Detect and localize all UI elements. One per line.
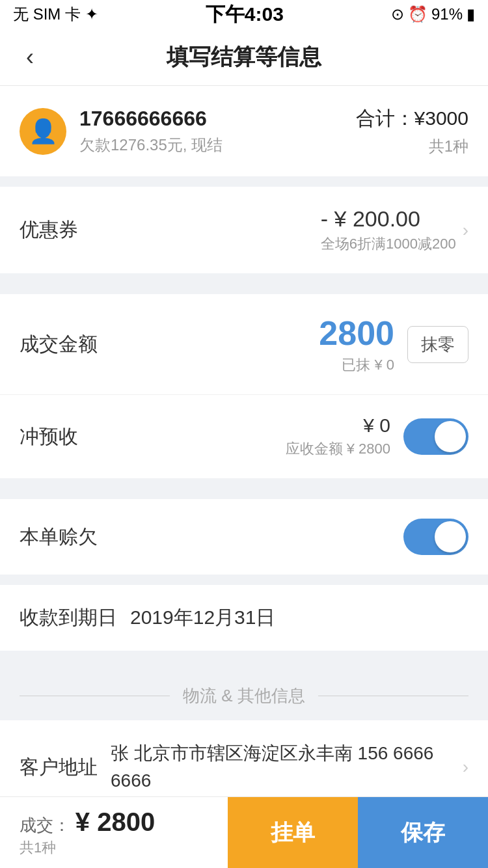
save-button[interactable]: 保存: [358, 797, 488, 869]
customer-phone: 17666666666: [79, 107, 223, 131]
location-icon: ⊙: [391, 5, 404, 23]
address-chevron-icon: ›: [463, 757, 468, 778]
prepaid-row: 冲预收 ¥ 0 应收金额 ¥ 2800: [0, 394, 488, 478]
section-divider-1: [0, 284, 488, 294]
prepaid-sub: 应收金额 ¥ 2800: [286, 439, 390, 459]
coupon-desc: 全场6折满1000减200: [321, 234, 456, 254]
alarm-icon: ⏰: [408, 5, 427, 23]
coupon-info: - ¥ 200.00 全场6折满1000减200: [321, 206, 456, 254]
back-button[interactable]: ‹: [20, 37, 40, 77]
prepaid-value-wrap: ¥ 0 应收金额 ¥ 2800: [286, 414, 390, 459]
debit-row: 本单赊欠: [0, 499, 488, 575]
section-divider-3: [0, 661, 488, 671]
customer-right: 合计：¥3000 共1种: [356, 105, 468, 157]
customer-card: 👤 17666666666 欠款1276.35元, 现结 合计：¥3000 共1…: [0, 86, 488, 176]
coupon-row[interactable]: 优惠券 - ¥ 200.00 全场6折满1000减200 ›: [0, 187, 488, 273]
total-amount: 合计：¥3000: [356, 105, 468, 132]
toggle-knob: [435, 421, 466, 452]
amount-value: 2800: [319, 314, 394, 352]
amount-row: 成交金额 2800 已抹 ¥ 0 抹零: [0, 294, 488, 394]
total-count: 共1种: [356, 136, 468, 157]
page-title: 填写结算等信息: [167, 42, 321, 72]
address-label: 客户地址: [20, 754, 98, 781]
coupon-label: 优惠券: [20, 217, 78, 243]
customer-left: 👤 17666666666 欠款1276.35元, 现结: [20, 107, 223, 156]
avatar: 👤: [20, 108, 66, 155]
chevron-right-icon: ›: [463, 220, 468, 241]
section-divider-2: [0, 489, 488, 499]
battery-level: 91%: [431, 5, 463, 23]
logistics-divider: 物流 & 其他信息: [0, 671, 488, 720]
due-date-value: 2019年12月31日: [130, 604, 275, 631]
content: 👤 17666666666 欠款1276.35元, 现结 合计：¥3000 共1…: [0, 86, 488, 868]
bottom-total-row: 成交： ¥ 2800: [20, 807, 208, 837]
bottom-total-label: 成交：: [20, 815, 70, 835]
trade-amount-section: 成交金额 2800 已抹 ¥ 0 抹零 冲预收 ¥ 0 应收金额 ¥ 2800: [0, 294, 488, 478]
due-date-label: 收款到期日: [20, 604, 117, 631]
coupon-right: - ¥ 200.00 全场6折满1000减200 ›: [321, 206, 468, 254]
bottom-summary: 成交： ¥ 2800 共1种: [0, 807, 228, 858]
amount-value-wrap: 2800 已抹 ¥ 0: [319, 314, 394, 375]
amount-sub: 已抹 ¥ 0: [319, 355, 394, 375]
amount-label: 成交金额: [20, 331, 98, 358]
prepaid-toggle[interactable]: [403, 418, 468, 455]
prepaid-label: 冲预收: [20, 424, 78, 450]
sim-status: 无 SIM 卡 ✦: [13, 4, 98, 25]
round-button[interactable]: 抹零: [407, 326, 468, 363]
customer-info: 17666666666 欠款1276.35元, 现结: [79, 107, 223, 156]
due-date-row: 收款到期日 2019年12月31日: [0, 585, 488, 651]
debit-label: 本单赊欠: [20, 524, 98, 550]
logistics-line-right: [318, 696, 468, 696]
prepaid-value: ¥ 0: [286, 414, 390, 437]
bottom-bar: 成交： ¥ 2800 共1种 挂单 保存: [0, 796, 488, 868]
avatar-icon: 👤: [29, 118, 58, 145]
debit-toggle-knob: [435, 521, 466, 552]
customer-sub: 欠款1276.35元, 现结: [79, 135, 223, 156]
debit-toggle[interactable]: [403, 519, 468, 555]
status-left: 无 SIM 卡 ✦: [13, 4, 98, 25]
coupon-discount: - ¥ 200.00: [321, 206, 456, 232]
prepaid-right: ¥ 0 应收金额 ¥ 2800: [286, 414, 468, 459]
address-value: 张 北京市市辖区海淀区永丰南 156 6666 6666: [111, 740, 450, 794]
bottom-total-amount: ¥ 2800: [75, 807, 155, 836]
logistics-text: 物流 & 其他信息: [170, 685, 318, 707]
bottom-count: 共1种: [20, 838, 208, 858]
status-time: 下午4:03: [206, 1, 284, 28]
hold-button[interactable]: 挂单: [228, 797, 358, 869]
battery-icon: ▮: [467, 5, 475, 23]
logistics-line-left: [20, 696, 170, 696]
nav-bar: ‹ 填写结算等信息: [0, 29, 488, 86]
amount-right: 2800 已抹 ¥ 0 抹零: [319, 314, 468, 375]
status-right: ⊙ ⏰ 91% ▮: [391, 5, 475, 23]
status-bar: 无 SIM 卡 ✦ 下午4:03 ⊙ ⏰ 91% ▮: [0, 0, 488, 29]
